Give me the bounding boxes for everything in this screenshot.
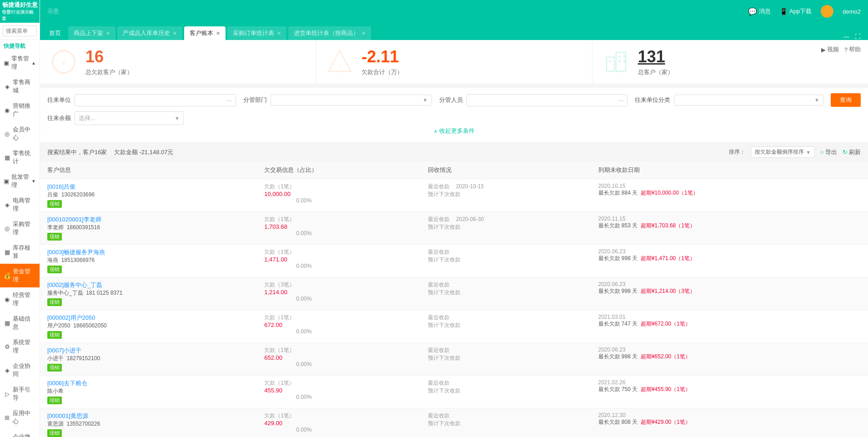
unit-category-select[interactable]: ▼ bbox=[674, 95, 823, 105]
customer-code[interactable]: [0006]去下粮仓 bbox=[47, 379, 250, 387]
sidebar-item-app-center[interactable]: ⊞ 应用中心 bbox=[0, 406, 40, 429]
sidebar-item-system[interactable]: ⚙ 系统管理 bbox=[0, 335, 40, 358]
total-owe-value: -2.11 bbox=[361, 47, 403, 66]
sidebar-item-basic-info[interactable]: ▦ 基础信息 bbox=[0, 311, 40, 335]
cell-customer-info: [0002]服务中心_丁磊 服务中心_丁磊 181 0125 8371 现销 bbox=[40, 277, 257, 310]
next-collect: 预计下次收款 bbox=[428, 256, 583, 264]
debt-count: 欠款（1笔） bbox=[264, 216, 413, 223]
last-collect: 最近收款 bbox=[428, 314, 583, 321]
customer-code[interactable]: [000002]用户2050 bbox=[47, 314, 250, 322]
next-collect: 预计下次收款 bbox=[428, 354, 583, 362]
sidebar-item-marketing[interactable]: ◉ 营销推广 bbox=[0, 98, 40, 122]
newbie-icon: ▷ bbox=[4, 391, 11, 397]
sidebar-item-batch-mgmt[interactable]: ▣ 批发管理 ▼ bbox=[0, 169, 40, 193]
stat-card-total-customers: 131 总客户（家） ▶ 视频 ? 帮助 bbox=[592, 40, 868, 84]
overdue-link[interactable]: 超期¥10,000.00（1笔） bbox=[641, 190, 698, 196]
tab-home[interactable]: 首页 bbox=[44, 26, 66, 40]
table-row: [0002]服务中心_丁磊 服务中心_丁磊 181 0125 8371 现销 欠… bbox=[40, 277, 868, 310]
overdue-link[interactable]: 超期¥1,214.00（3笔） bbox=[641, 288, 695, 294]
cell-collect-status: 最近收款 预计下次收款 bbox=[421, 408, 591, 437]
customer-code[interactable]: [0001020001]李老师 bbox=[47, 216, 250, 224]
username[interactable]: demo2 bbox=[843, 8, 861, 15]
result-actions: 排序： 按欠款金额倒序排序 ▼ ○ 导出 ↻ 刷新 bbox=[729, 146, 861, 158]
tab-product-history[interactable]: 产成品入库单历史 ✕ bbox=[117, 26, 182, 40]
customer-name: 李老师 18600391516 bbox=[47, 224, 250, 231]
manager-input[interactable]: ··· bbox=[467, 94, 628, 106]
customer-code[interactable]: [0007]小进干 bbox=[47, 347, 250, 355]
sidebar-item-member[interactable]: ◎ 会员中心 bbox=[0, 122, 40, 146]
filter-row-2: 往来余额 选择... ▼ bbox=[47, 111, 861, 125]
sidebar-item-wechat[interactable]: 💬 企业微信 bbox=[0, 429, 40, 437]
video-btn[interactable]: ▶ 视频 bbox=[821, 45, 839, 54]
tab-close-purchase-order[interactable]: ✕ bbox=[277, 30, 281, 36]
sidebar-item-finance[interactable]: 💰 资金管理 bbox=[0, 264, 40, 287]
debt-amount: 1,703.68 bbox=[264, 223, 413, 230]
balance-select[interactable]: 选择... ▼ bbox=[75, 111, 184, 125]
overdue-link[interactable]: 超期¥1,471.00（1笔） bbox=[641, 255, 695, 261]
tab-customer-account[interactable]: 客户账本 ✕ bbox=[184, 26, 226, 40]
customer-code[interactable]: [0002]服务中心_丁磊 bbox=[47, 281, 250, 289]
overdue-info: 最长欠款 998 天 超期¥652.00（1笔） bbox=[598, 353, 861, 361]
tab-purchase-order[interactable]: 采购订单统计表 ✕ bbox=[227, 26, 286, 40]
next-collect: 预计下次收款 bbox=[428, 191, 583, 198]
debt-count: 欠款（1笔） bbox=[264, 314, 413, 321]
sidebar-item-newbie[interactable]: ▷ 新手引导 bbox=[0, 382, 40, 406]
overdue-link[interactable]: 超期¥1,703.68（1笔） bbox=[641, 222, 695, 229]
tab-close-product-off[interactable]: ✕ bbox=[106, 30, 110, 36]
retail-stat-icon: ▦ bbox=[4, 154, 11, 161]
export-btn[interactable]: ○ 导出 bbox=[820, 148, 837, 156]
last-collect: 最近收款 bbox=[428, 281, 583, 289]
source-unit-input[interactable]: ··· bbox=[75, 94, 236, 106]
dept-select[interactable]: ▼ bbox=[271, 95, 432, 105]
customer-code[interactable]: [0003]畅捷服务尹海燕 bbox=[47, 248, 250, 256]
cell-due-date: 2020.06.23 最长欠款 998 天 超期¥652.00（1笔） bbox=[591, 343, 868, 376]
tab-product-off[interactable]: 商品上下架 ✕ bbox=[68, 26, 115, 40]
customer-name: 服务中心_丁磊 181 0125 8371 bbox=[47, 289, 250, 297]
sidebar-item-enterprise[interactable]: ◈ 企业协同 bbox=[0, 358, 40, 382]
message-btn[interactable]: 💬 消息 bbox=[748, 7, 771, 16]
col-debt-info: 欠交易信息（占比） bbox=[257, 161, 421, 179]
sidebar-item-retail-mall[interactable]: ◈ 零售商城 bbox=[0, 75, 40, 98]
overdue-link[interactable]: 超期¥652.00（1笔） bbox=[641, 353, 691, 360]
cell-debt-info: 欠款（1笔） 1,471.00 0.00% bbox=[257, 245, 421, 277]
tab-close-purchase-stat[interactable]: ✕ bbox=[361, 30, 366, 36]
batch-arrow-icon: ▼ bbox=[31, 179, 36, 184]
tab-close-product-history[interactable]: ✕ bbox=[173, 30, 177, 36]
search-input[interactable] bbox=[3, 25, 37, 36]
sidebar-item-inventory[interactable]: ▦ 库存核算 bbox=[0, 240, 40, 264]
tab-purchase-stat[interactable]: 进货单统计表（按商品） ✕ bbox=[288, 26, 371, 40]
overdue-link[interactable]: 超期¥429.00（1笔） bbox=[641, 419, 691, 425]
filter-dept: 分管部门 ▼ bbox=[243, 95, 432, 105]
customer-code[interactable]: [000001]黄思源 bbox=[47, 412, 250, 420]
sidebar-item-ecommerce[interactable]: ◈ 电商管理 bbox=[0, 193, 40, 216]
sidebar-item-retail-mgmt[interactable]: ▣ 零售管理 ▲ bbox=[0, 51, 40, 75]
customer-code[interactable]: [0016]吕俊 bbox=[47, 183, 250, 191]
top-nav: 示意 💬 消息 📱 App下载 demo2 bbox=[40, 0, 868, 23]
content-area: ¥ 16 总欠款客户（家） ! -2.11 欠款合计（ bbox=[40, 40, 868, 437]
refresh-btn[interactable]: ↻ 刷新 bbox=[843, 148, 861, 156]
sidebar-item-purchase[interactable]: ◎ 采购管理 bbox=[0, 216, 40, 240]
tab-minimize-icon[interactable]: — bbox=[843, 33, 849, 40]
app-download-btn[interactable]: 📱 App下载 bbox=[780, 7, 812, 15]
search-button[interactable]: 查询 bbox=[831, 93, 861, 107]
overdue-link[interactable]: 超期¥455.90（1笔） bbox=[641, 386, 691, 392]
tab-close-customer-account[interactable]: ✕ bbox=[216, 30, 220, 36]
collapse-button[interactable]: ∧ 收起更多条件 bbox=[47, 125, 861, 137]
sidebar-item-retail-stat[interactable]: ▦ 零售统计 bbox=[0, 146, 40, 169]
overdue-info: 最长欠款 808 天 超期¥429.00（1笔） bbox=[598, 418, 861, 426]
help-btn[interactable]: ? 帮助 bbox=[844, 45, 861, 54]
customer-tag: 现销 bbox=[47, 429, 62, 437]
debt-count: 欠款（3笔） bbox=[264, 281, 413, 289]
tab-expand-icon[interactable]: ⛶ bbox=[855, 33, 861, 40]
filter-row-1: 往来单位 ··· 分管部门 ▼ 分管人员 ··· bbox=[47, 93, 861, 107]
sort-dropdown[interactable]: 按欠款金额倒序排序 ▼ bbox=[751, 146, 815, 158]
table-body: [0016]吕俊 吕俊 13026203696 现销 欠款（1笔） 10,000… bbox=[40, 179, 868, 437]
sidebar-item-operations[interactable]: ◉ 经营管理 bbox=[0, 287, 40, 311]
user-avatar[interactable] bbox=[821, 5, 833, 18]
debt-amount: 429.00 bbox=[264, 420, 413, 427]
help-icon: ? bbox=[844, 46, 848, 53]
overdue-link[interactable]: 超期¥672.00（1笔） bbox=[641, 321, 691, 327]
col-due-date: 到期未收款日期 bbox=[591, 161, 868, 179]
customer-name: 用户2050 18665062050 bbox=[47, 322, 250, 330]
next-collect: 预计下次收款 bbox=[428, 289, 583, 296]
